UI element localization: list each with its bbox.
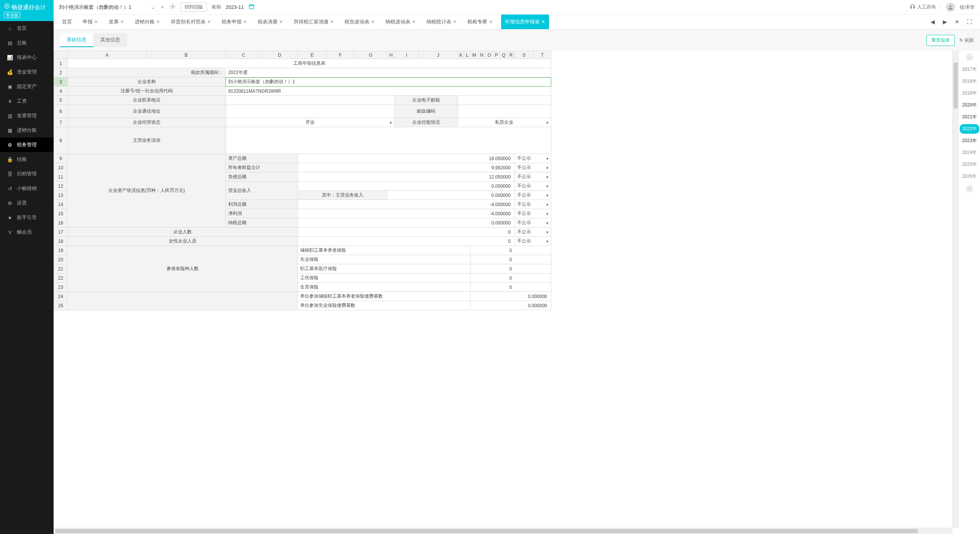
status-dropdown[interactable]: 开业	[225, 118, 394, 127]
col-header[interactable]: E	[297, 51, 327, 59]
username[interactable]: 徐泽华	[960, 4, 975, 11]
tab-close-icon[interactable]: ✕	[453, 19, 457, 25]
tab[interactable]: 首页	[60, 15, 74, 29]
cell-value[interactable]	[457, 96, 551, 105]
col-header[interactable]: F	[327, 51, 354, 59]
year-pill[interactable]: 2020年	[960, 100, 979, 110]
refresh-button[interactable]: ↻ 刷新	[959, 37, 974, 44]
row-header[interactable]: 25	[54, 301, 68, 310]
disclose-dropdown[interactable]: 不公示	[514, 172, 551, 182]
tab[interactable]: 税检专家✕	[465, 15, 495, 29]
col-header[interactable]: Q	[500, 51, 508, 59]
sidebar-item[interactable]: 🔒结账	[0, 152, 54, 167]
avatar[interactable]	[946, 3, 955, 12]
sidebar-item[interactable]: ▤总账	[0, 36, 54, 50]
row-header[interactable]: 14	[54, 200, 68, 209]
cell-value[interactable]: 0	[470, 246, 551, 255]
row-header[interactable]: 15	[54, 209, 68, 218]
disclose-dropdown[interactable]: 不公示	[514, 154, 551, 163]
tab-close-icon[interactable]: ✕	[412, 19, 416, 25]
cell-value[interactable]: 12.050000	[297, 172, 514, 182]
row-header[interactable]: 5	[54, 96, 68, 105]
cell-value[interactable]	[225, 127, 551, 154]
disclose-dropdown[interactable]: 不公示	[514, 237, 551, 246]
tab[interactable]: 纳税波动表✕	[383, 15, 418, 29]
tab-close-icon[interactable]: ✕	[279, 19, 283, 25]
tab[interactable]: 税务申报✕	[219, 15, 249, 29]
cell-value[interactable]: 91320811MA7NGR2W6R	[225, 87, 551, 96]
year-pill[interactable]: 2024年	[960, 148, 979, 157]
row-header[interactable]: 4	[54, 87, 68, 96]
tab-prev-icon[interactable]: ◀	[928, 17, 937, 26]
tab-close-icon[interactable]: ✕	[489, 19, 493, 25]
fullscreen-icon[interactable]: ⛶	[965, 17, 974, 26]
disclose-dropdown[interactable]: 不公示	[514, 209, 551, 218]
tab-close-icon[interactable]: ✕	[330, 19, 334, 25]
year-pill[interactable]: 2017年	[960, 65, 979, 74]
switch-old-button[interactable]: 切到旧版	[180, 2, 207, 12]
col-header[interactable]: K	[457, 51, 464, 59]
col-header[interactable]: T	[534, 51, 551, 59]
account-dropdown-icon[interactable]: ⌄	[151, 5, 155, 10]
tab[interactable]: 纳税统计表✕	[424, 15, 459, 29]
tab[interactable]: 存货别名对照表✕	[168, 15, 213, 29]
disclose-dropdown[interactable]: 不公示	[514, 228, 551, 237]
tab-close-icon[interactable]: ✕	[156, 19, 160, 25]
year-down-icon[interactable]: ﹀	[966, 185, 973, 193]
year-pill[interactable]: 2023年	[960, 136, 979, 146]
tab-close-icon[interactable]: ✕	[120, 19, 124, 25]
cell-value[interactable]	[225, 96, 394, 105]
disclose-dropdown[interactable]: 不公示	[514, 182, 551, 191]
year-pill[interactable]: 2022年	[960, 124, 979, 134]
period-value[interactable]: 2023-11	[225, 4, 244, 10]
sidebar-item[interactable]: ▣固定资产	[0, 79, 54, 94]
sidebar-item[interactable]: 📊报表中心	[0, 50, 54, 65]
tab-close-icon[interactable]: ✕	[952, 17, 962, 26]
sidebar-item[interactable]: ⚙设置	[0, 196, 54, 210]
cell-value[interactable]: 2022年度	[225, 68, 551, 77]
col-header[interactable]: G	[354, 51, 387, 59]
tab[interactable]: 税表清册✕	[255, 15, 285, 29]
row-header[interactable]: 9	[54, 154, 68, 163]
disclose-dropdown[interactable]: 不公示	[514, 218, 551, 228]
tab-close-icon[interactable]: ✕	[94, 19, 98, 25]
horizontal-scrollbar[interactable]	[54, 528, 952, 534]
row-header[interactable]: 3	[54, 77, 68, 87]
year-up-icon[interactable]: ︿	[966, 53, 973, 61]
sidebar-item[interactable]: ★新手引导	[0, 210, 54, 225]
row-header[interactable]: 19	[54, 246, 68, 255]
cell-value[interactable]: 0	[297, 228, 514, 237]
tab[interactable]: 税负波动表✕	[342, 15, 377, 29]
col-header[interactable]: M	[470, 51, 478, 59]
disclose-dropdown[interactable]: 不公示	[514, 163, 551, 172]
tab-close-icon[interactable]: ✕	[207, 19, 211, 25]
tab[interactable]: 申报✕	[80, 15, 100, 29]
row-header[interactable]: 2	[54, 68, 68, 77]
cell-value[interactable]: 0	[470, 264, 551, 274]
tab[interactable]: 发票✕	[106, 15, 126, 29]
cell-value[interactable]: 0	[470, 255, 551, 264]
tab[interactable]: 年报信息申报表✕	[501, 15, 549, 29]
tab-next-icon[interactable]: ▶	[940, 17, 949, 26]
col-header[interactable]: A	[68, 51, 147, 59]
disclose-dropdown[interactable]: 不公示	[514, 191, 551, 200]
cell-value[interactable]: 0.000000	[297, 218, 514, 228]
subtab[interactable]: 基础信息	[60, 33, 93, 47]
cell-value[interactable]: 9.992000	[297, 163, 514, 172]
col-header[interactable]: O	[485, 51, 493, 59]
sidebar-item[interactable]: ¥工资	[0, 94, 54, 108]
row-header[interactable]: 21	[54, 264, 68, 274]
cell-value[interactable]: 0	[297, 237, 514, 246]
sidebar-item[interactable]: 💰资金管理	[0, 65, 54, 79]
col-header[interactable]: C	[225, 51, 261, 59]
tab-close-icon[interactable]: ✕	[541, 19, 545, 25]
disclose-dropdown[interactable]: 不公示	[514, 200, 551, 209]
cell-value[interactable]: -4.000000	[297, 209, 514, 218]
holding-dropdown[interactable]: 私营企业	[457, 118, 551, 127]
row-header[interactable]: 8	[54, 127, 68, 154]
row-header[interactable]: 20	[54, 255, 68, 264]
sidebar-item[interactable]: ⌂首页	[0, 21, 54, 36]
company-name-cell[interactable]: 刘小艳演示账套（勿删勿动！）1	[225, 77, 551, 87]
cell-value[interactable]: 0.000000	[297, 182, 514, 191]
col-header[interactable]: L	[464, 51, 470, 59]
